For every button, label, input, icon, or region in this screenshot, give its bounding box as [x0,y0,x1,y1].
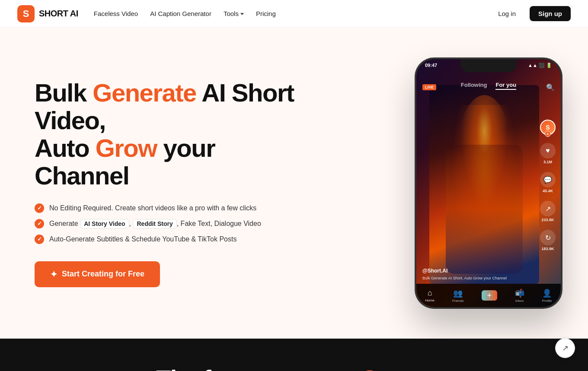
nav-link-pricing[interactable]: Pricing [256,10,276,17]
tiktok-share-icon: ↗ [540,201,556,216]
tiktok-like-action[interactable]: ♥ 3.1M [540,143,556,164]
nav-left: S SHORT AI Faceless Video AI Caption Gen… [17,5,276,22]
navigation: S SHORT AI Faceless Video AI Caption Gen… [0,0,588,28]
tiktok-description: Bulk Generate AI Short, Auto Grow your C… [422,276,537,281]
nav-item-tools[interactable]: Tools [224,10,244,17]
signup-button[interactable]: Sign up [530,6,571,21]
tiktok-share-count: 233.8K [541,218,554,222]
hero-content: Bulk Generate AI Short Video, Auto Grow … [35,79,294,287]
feature-item-3: ✓ Auto-Generate Subtitles & Schedule You… [35,235,294,244]
logo[interactable]: S SHORT AI [17,5,78,22]
hero-title: Bulk Generate AI Short Video, Auto Grow … [35,79,294,189]
hero-features: ✓ No Editing Required. Create short vide… [35,203,294,244]
cta-button[interactable]: ✦ Start Creating for Free [35,261,160,287]
feature-item-1: ✓ No Editing Required. Create short vide… [35,203,294,213]
tiktok-share-action[interactable]: ↗ 233.8K [540,201,556,222]
tiktok-comment-icon: 💬 [540,172,556,187]
tiktok-tab-foryou[interactable]: For you [495,82,516,90]
tag-reddit-story: Reddit Story [133,219,176,228]
nav-link-ai-caption[interactable]: AI Caption Generator [150,10,211,17]
tiktok-bottom-info: @Short.AI Bulk Generate AI Short, Auto G… [422,268,537,281]
check-icon-3: ✓ [35,235,44,244]
tiktok-search-icon[interactable]: 🔍 [546,83,555,92]
tiktok-repost-action[interactable]: ↻ 183.9K [540,230,556,251]
brand-name: SHORT AI [39,9,78,19]
tiktok-profile-icon: 👤 [542,289,552,298]
tiktok-right-actions: S + ♥ 3.1M 💬 45.4K ↗ 233.8K [540,120,556,251]
nav-item-faceless-video[interactable]: Faceless Video [94,10,138,18]
login-button[interactable]: Log in [491,6,523,21]
nav-link-tools[interactable]: Tools [224,10,244,17]
tiktok-like-count: 3.1M [543,160,552,164]
sparkle-icon: ✦ [50,269,58,279]
nav-right: Log in Sign up [491,6,571,21]
tiktok-top-nav: Following For you [416,78,561,93]
tiktok-comment-action[interactable]: 💬 45.4K [540,172,556,193]
tiktok-nav-profile[interactable]: 👤 Profile [542,289,552,303]
tiktok-bottom-nav: ⌂ Home 👥 Friends + 📬 Inbox [416,284,561,307]
check-icon-2: ✓ [35,219,44,228]
tag-ai-story: AI Story Video [80,219,129,228]
phone-time: 09:47 [425,63,437,68]
tiktok-avatar-action: S + [540,120,556,135]
nav-item-ai-caption[interactable]: AI Caption Generator [150,10,211,18]
phone-frame: 09:47 ▲▲ ⬛ 🔋 LIVE Following For you 🔍 [415,58,562,308]
bottom-title: The fastest way to Create [35,365,553,371]
tiktok-friends-icon: 👥 [453,289,463,298]
tiktok-nav-create[interactable]: + [482,290,497,301]
scroll-top-button[interactable]: ↗ [555,338,575,358]
tiktok-username: @Short.AI [422,268,537,274]
tiktok-comment-count: 45.4K [543,189,553,193]
tiktok-nav-inbox[interactable]: 📬 Inbox [515,289,524,303]
feature-item-2: ✓ Generate AI Story Video, Reddit Story,… [35,219,294,228]
logo-icon: S [17,5,35,22]
chevron-down-icon [240,13,244,15]
tiktok-nav-friends[interactable]: 👥 Friends [452,289,464,303]
phone-mockup: 09:47 ▲▲ ⬛ 🔋 LIVE Following For you 🔍 [415,58,562,308]
check-icon-1: ✓ [35,203,44,213]
scroll-top-icon: ↗ [562,343,569,353]
tiktok-avatar[interactable]: S + [540,120,556,135]
tiktok-inbox-icon: 📬 [515,289,524,298]
tiktok-repost-count: 183.9K [541,247,554,251]
nav-link-faceless-video[interactable]: Faceless Video [94,10,138,17]
tiktok-heart-icon: ♥ [540,143,556,159]
tiktok-repost-icon: ↻ [540,230,556,245]
phone-status-bar: 09:47 ▲▲ ⬛ 🔋 [416,59,561,78]
tiktok-tab-following[interactable]: Following [461,82,487,90]
nav-item-pricing[interactable]: Pricing [256,10,276,18]
phone-signal-icons: ▲▲ ⬛ 🔋 [528,63,552,68]
tiktok-nav-home[interactable]: ⌂ Home [425,289,435,302]
tiktok-create-icon: + [482,290,497,301]
tiktok-home-icon: ⌂ [428,289,432,298]
nav-links: Faceless Video AI Caption Generator Tool… [94,10,276,18]
tiktok-avatar-plus: + [545,131,551,137]
tiktok-ui-overlay: 09:47 ▲▲ ⬛ 🔋 LIVE Following For you 🔍 [416,59,561,307]
hero-section: Bulk Generate AI Short Video, Auto Grow … [0,28,588,339]
bottom-section: The fastest way to Create [0,339,588,371]
